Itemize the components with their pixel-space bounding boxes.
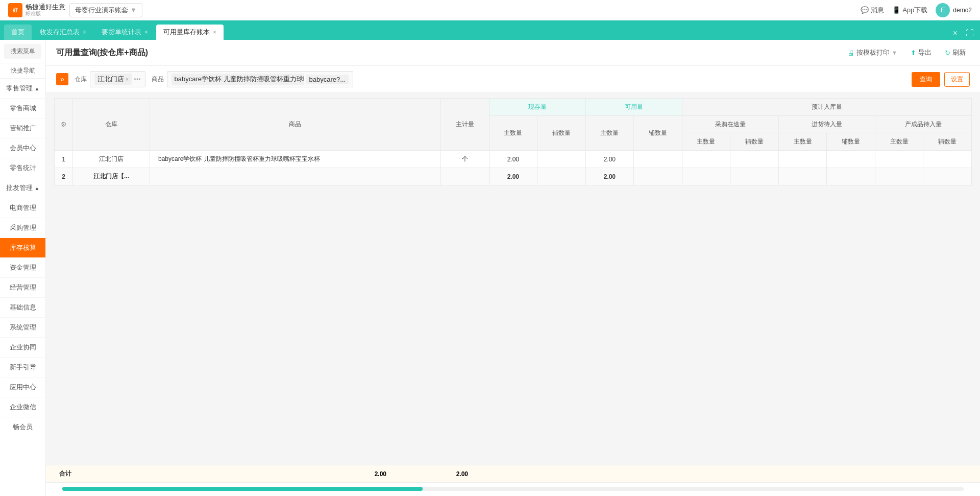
message-icon: 💬 (861, 6, 869, 14)
sidebar-item-wholesale-mgmt[interactable]: 批发管理 ▲ (0, 178, 45, 198)
message-button[interactable]: 💬 消息 (861, 6, 884, 15)
tab-home[interactable]: 首页 (4, 25, 32, 40)
row-product (150, 168, 440, 185)
warehouse-filter-field: 仓库 江北门店 × ··· (75, 71, 145, 87)
tab-receive-label: 收发存汇总表 (40, 28, 80, 37)
sidebar-item-label: 营销推广 (10, 124, 36, 133)
warehouse-tag-close[interactable]: × (126, 76, 129, 82)
row-pur-main (682, 168, 730, 185)
row-import-main (778, 168, 827, 185)
sidebar-item-finance-mgmt[interactable]: 资金管理 (0, 258, 45, 278)
page-header: 可用量查询(按仓库+商品) 🖨 按模板打印 ▼ ⬆ 导出 ↻ 刷新 (46, 40, 980, 66)
row-unit: 个 (441, 151, 489, 168)
close-icon[interactable]: × (144, 29, 148, 36)
row-stock-main: 2.00 (489, 168, 537, 185)
row-stock-main: 2.00 (489, 151, 537, 168)
sidebar-item-inventory-mgmt[interactable]: 库存核算 (0, 238, 45, 258)
chevron-down-icon: ▼ (130, 6, 137, 14)
sidebar-item-marketing[interactable]: 营销推广 (0, 119, 45, 138)
print-template-button[interactable]: 🖨 按模板打印 ▼ (844, 46, 901, 59)
row-index: 1 (55, 151, 73, 168)
th-avail-sub-qty: 辅数量 (634, 116, 682, 151)
arrow-icon: ▲ (35, 86, 40, 91)
store-selector[interactable]: 母婴行业演示账套 ▼ (69, 3, 142, 17)
th-warehouse: 仓库 (73, 99, 150, 151)
user-area[interactable]: E demo2 (936, 3, 972, 17)
refresh-button[interactable]: ↻ 刷新 (941, 46, 970, 59)
sidebar: 搜索菜单 快捷导航 零售管理 ▲ 零售商城 营销推广 会员中心 零售统计 批发管… (0, 40, 46, 496)
main-layout: 搜索菜单 快捷导航 零售管理 ▲ 零售商城 营销推广 会员中心 零售统计 批发管… (0, 40, 980, 496)
sidebar-item-ecommerce-mgmt[interactable]: 电商管理 (0, 198, 45, 218)
table-area: ⚙ 仓库 商品 主计量 现存量 可用量 预计入库量 主数量 辅数量 主数量 辅数… (46, 93, 980, 465)
home-tab-label: 首页 (11, 28, 24, 37)
query-button[interactable]: 查询 (912, 72, 940, 87)
row-import-sub (827, 168, 875, 185)
sidebar-item-member-center[interactable]: 会员中心 (0, 138, 45, 158)
gear-icon[interactable]: ⚙ (61, 121, 67, 128)
sidebar-item-enterprise-collab[interactable]: 企业协同 (0, 338, 45, 358)
table-row: 1 江北门店 babycare学饮杯 儿童防摔防撞吸管杯重力球吸嘴杯宝宝水杯 个… (55, 151, 972, 168)
sidebar-item-retail-mgmt[interactable]: 零售管理 ▲ (0, 79, 45, 99)
warehouse-tag: 江北门店 × (94, 74, 132, 85)
footer-label: 合计 (54, 469, 115, 478)
row-pur-sub (730, 151, 779, 168)
sidebar-item-system-mgmt[interactable]: 系统管理 (0, 318, 45, 338)
page-title: 可用量查询(按仓库+商品) (56, 48, 148, 58)
sidebar-item-label: 系统管理 (10, 323, 36, 332)
tab-order-stats[interactable]: 要货单统计表 × (94, 25, 155, 40)
sidebar-item-retail-mall[interactable]: 零售商城 (0, 99, 45, 119)
table-row: 2 江北门店【... 2.00 2.00 (55, 168, 972, 185)
th-purchase-transit: 采购在途量 (682, 116, 778, 133)
sidebar-quick-nav[interactable]: 快捷导航 (0, 63, 45, 79)
settings-button[interactable]: 设置 (944, 72, 970, 87)
expand-filter-button[interactable]: » (56, 73, 68, 85)
row-prod-main (875, 168, 923, 185)
tab-available-label: 可用量库存账本 (163, 28, 210, 37)
sidebar-item-member-plus[interactable]: 畅会员 (0, 417, 45, 437)
th-prod-main: 主数量 (875, 133, 923, 151)
footer-avail-main: 2.00 (442, 470, 482, 478)
th-avail-main-qty: 主数量 (585, 116, 634, 151)
sidebar-item-label: 应用中心 (10, 383, 36, 392)
sidebar-item-app-center[interactable]: 应用中心 (0, 377, 45, 397)
row-stock-sub (537, 168, 586, 185)
horizontal-scrollbar-track[interactable] (62, 487, 964, 491)
tab-available-stock[interactable]: 可用量库存账本 × (156, 25, 224, 40)
tab-receive-summary[interactable]: 收发存汇总表 × (33, 25, 93, 40)
row-avail-main: 2.00 (585, 168, 634, 185)
product-input[interactable]: babycare学饮杯 儿童防摔防撞吸管杯重力球吸嘴杯宝宝水杯 × babyca… (167, 71, 354, 87)
warehouse-input[interactable]: 江北门店 × ··· (90, 71, 145, 87)
warehouse-more-icon[interactable]: ··· (134, 75, 140, 84)
th-settings[interactable]: ⚙ (55, 99, 73, 151)
sidebar-item-label: 零售商城 (10, 104, 36, 113)
sidebar-item-label: 零售管理 (6, 84, 33, 93)
nav-close-icon[interactable]: × (951, 27, 960, 40)
avatar: E (936, 3, 950, 17)
search-menu-button[interactable]: 搜索菜单 (4, 44, 41, 59)
nav-expand-icon[interactable]: ⛶ (964, 27, 976, 40)
sidebar-item-operations-mgmt[interactable]: 经营管理 (0, 278, 45, 298)
close-icon[interactable]: × (213, 29, 216, 36)
sidebar-item-retail-stats[interactable]: 零售统计 (0, 158, 45, 178)
row-avail-main: 2.00 (585, 151, 634, 168)
sidebar-item-purchase-mgmt[interactable]: 采购管理 (0, 218, 45, 238)
export-button[interactable]: ⬆ 导出 (906, 46, 936, 59)
sidebar-item-basic-info[interactable]: 基础信息 (0, 298, 45, 318)
th-stock-main-qty: 主数量 (489, 116, 537, 151)
horizontal-scrollbar-thumb[interactable] (62, 487, 423, 491)
top-bar-right: 💬 消息 📱 App下载 E demo2 (861, 3, 972, 17)
sidebar-item-enterprise-wechat[interactable]: 企业微信 (0, 397, 45, 417)
filter-actions: 查询 设置 (912, 72, 970, 87)
close-icon[interactable]: × (83, 29, 86, 36)
sidebar-item-label: 企业协同 (10, 343, 36, 352)
print-icon: 🖨 (848, 49, 854, 57)
th-import-sub: 辅数量 (827, 133, 875, 151)
logo-text: 畅捷通好生意 标准版 (26, 3, 65, 17)
sidebar-item-new-guide[interactable]: 新手引导 (0, 358, 45, 377)
sidebar-item-label: 新手引导 (10, 363, 36, 372)
th-main-unit: 主计量 (441, 99, 489, 151)
content-area: 可用量查询(按仓库+商品) 🖨 按模板打印 ▼ ⬆ 导出 ↻ 刷新 » (46, 40, 980, 496)
row-pur-main (682, 151, 730, 168)
app-download-button[interactable]: 📱 App下载 (892, 6, 927, 15)
th-prod-sub: 辅数量 (923, 133, 972, 151)
